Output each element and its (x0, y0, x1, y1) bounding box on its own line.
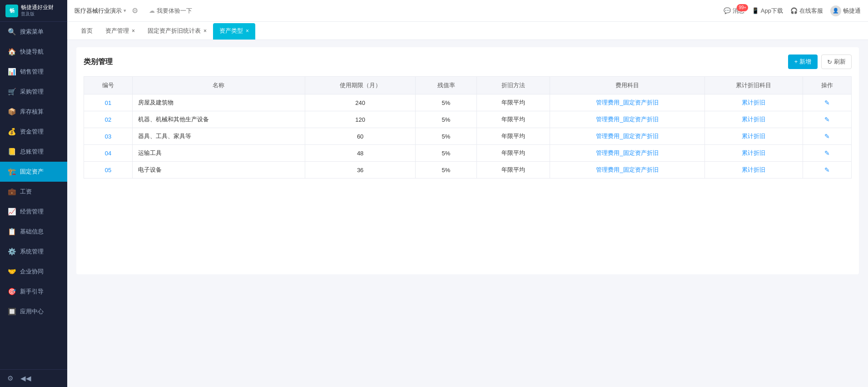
edit-button[interactable]: ✎ (824, 116, 830, 123)
row-code-link[interactable]: 02 (105, 116, 111, 123)
cell-name: 房屋及建筑物 (133, 94, 305, 111)
edit-button[interactable]: ✎ (824, 166, 830, 174)
sidebar-footer: ⚙ ◀◀ (0, 369, 67, 387)
app-version: 普及版 (21, 11, 54, 17)
fixed-icon: 🏗️ (7, 167, 16, 176)
accum-link[interactable]: 累计折旧 (742, 149, 765, 156)
cell-name: 机器、机械和其他生产设备 (133, 111, 305, 128)
collapse-icon[interactable]: ◀◀ (20, 374, 31, 382)
app-download-label: App下载 (761, 7, 783, 15)
sidebar-item-guide[interactable]: 🎯 新手引导 (0, 282, 67, 302)
refresh-icon: ↻ (827, 59, 832, 65)
sidebar-item-sales[interactable]: 📊 销售管理 (0, 62, 67, 82)
message-icon: 💬 (724, 7, 731, 14)
industry-selector[interactable]: 医疗器械行业演示 ▾ (74, 7, 126, 15)
cell-action: ✎ (803, 145, 851, 162)
cell-residual: 5% (416, 111, 476, 128)
cell-expense: 管理费用_固定资产折旧 (550, 94, 704, 111)
page-header: 类别管理 + 新增 ↻ 刷新 (84, 55, 852, 69)
sidebar-item-wages[interactable]: 💼 工资 (0, 182, 67, 202)
sidebar-item-label: 搜索菜单 (20, 28, 44, 36)
funds-icon: 💰 (7, 127, 16, 136)
basic-icon: 📋 (7, 227, 16, 236)
topbar-left: 医疗器械行业演示 ▾ ⚙ ☁ 我要体验一下 (74, 6, 192, 15)
table-row: 03 器具、工具、家具等 60 5% 年限平均 管理费用_固定资产折旧 累计折旧… (84, 128, 852, 145)
cell-action: ✎ (803, 111, 851, 128)
row-code-link[interactable]: 04 (105, 150, 111, 157)
sidebar-item-search[interactable]: 🔍 搜索菜单 (0, 22, 67, 42)
cell-accum: 累计折旧 (704, 128, 803, 145)
tab-home[interactable]: 首页 (74, 23, 99, 40)
cell-method: 年限平均 (476, 162, 550, 179)
cell-residual: 5% (416, 145, 476, 162)
refresh-button[interactable]: ↻ 刷新 (821, 55, 852, 69)
sidebar-item-corp[interactable]: 🤝 企业协同 (0, 262, 67, 282)
sidebar-item-funds[interactable]: 💰 资金管理 (0, 122, 67, 142)
settings-icon[interactable]: ⚙ (7, 374, 13, 382)
cell-code: 02 (84, 111, 133, 128)
cell-life: 36 (305, 162, 415, 179)
phone-icon: 📱 (752, 7, 759, 14)
edit-button[interactable]: ✎ (824, 133, 830, 140)
sidebar-item-purchase[interactable]: 🛒 采购管理 (0, 82, 67, 102)
accum-link[interactable]: 累计折旧 (742, 99, 765, 106)
sales-icon: 📊 (7, 67, 16, 76)
topbar-gear-icon[interactable]: ⚙ (132, 6, 138, 15)
support-button[interactable]: 🎧 在线客服 (790, 7, 823, 15)
expense-link[interactable]: 管理费用_固定资产折旧 (596, 133, 658, 139)
sidebar-item-ledger[interactable]: 📒 总账管理 (0, 142, 67, 162)
sidebar-item-system[interactable]: ⚙️ 系统管理 (0, 242, 67, 262)
cell-expense: 管理费用_固定资产折旧 (550, 111, 704, 128)
tabs-bar: 首页资产管理×固定资产折旧统计表×资产类型× (67, 22, 868, 40)
message-button[interactable]: 💬 消息 99+ (724, 7, 744, 15)
tab-close-icon[interactable]: × (246, 28, 249, 34)
sidebar-item-quicknav[interactable]: 🏠 快捷导航 (0, 42, 67, 62)
topbar: 医疗器械行业演示 ▾ ⚙ ☁ 我要体验一下 💬 消息 99+ 📱 App下载 🎧… (67, 0, 868, 22)
sidebar-item-label: 快捷导航 (20, 48, 44, 56)
accum-link[interactable]: 累计折旧 (742, 133, 765, 139)
cell-residual: 5% (416, 162, 476, 179)
sidebar-item-label: 企业协同 (20, 268, 44, 276)
table-header: 编号名称使用期限（月）残值率折旧方法费用科目累计折旧科目操作 (84, 77, 852, 94)
sidebar-item-inventory[interactable]: 📦 库存核算 (0, 102, 67, 122)
ledger-icon: 📒 (7, 147, 16, 156)
accum-link[interactable]: 累计折旧 (742, 116, 765, 123)
accum-link[interactable]: 累计折旧 (742, 166, 765, 173)
experience-button[interactable]: ☁ 我要体验一下 (149, 7, 192, 15)
row-code-link[interactable]: 03 (105, 133, 111, 140)
page-title: 类别管理 (84, 57, 113, 67)
sidebar-item-label: 销售管理 (20, 68, 44, 76)
expense-link[interactable]: 管理费用_固定资产折旧 (596, 149, 658, 156)
sidebar-item-ops[interactable]: 📈 经营管理 (0, 202, 67, 222)
main-area: 医疗器械行业演示 ▾ ⚙ ☁ 我要体验一下 💬 消息 99+ 📱 App下载 🎧… (67, 0, 868, 387)
app-download-button[interactable]: 📱 App下载 (752, 7, 783, 15)
cell-action: ✎ (803, 162, 851, 179)
corp-icon: 🤝 (7, 267, 16, 276)
expense-link[interactable]: 管理费用_固定资产折旧 (596, 99, 658, 106)
cell-code: 01 (84, 94, 133, 111)
new-button[interactable]: + 新增 (788, 55, 818, 69)
col-header-accum: 累计折旧科目 (704, 77, 803, 94)
expense-link[interactable]: 管理费用_固定资产折旧 (596, 166, 658, 173)
tab-label: 资产类型 (219, 27, 243, 35)
tab-close-icon[interactable]: × (203, 28, 207, 34)
search-icon: 🔍 (7, 27, 16, 36)
cell-residual: 5% (416, 128, 476, 145)
row-code-link[interactable]: 01 (105, 99, 111, 106)
edit-button[interactable]: ✎ (824, 149, 830, 157)
tab-label: 资产管理 (105, 27, 129, 35)
tab-asset_mgmt[interactable]: 资产管理× (99, 23, 141, 40)
edit-button[interactable]: ✎ (824, 99, 830, 106)
tab-depreciation_table[interactable]: 固定资产折旧统计表× (141, 23, 213, 40)
sidebar-item-apps[interactable]: 🔲 应用中心 (0, 302, 67, 322)
cell-method: 年限平均 (476, 111, 550, 128)
sidebar-item-basic[interactable]: 📋 基础信息 (0, 222, 67, 242)
tab-close-icon[interactable]: × (132, 28, 135, 34)
sidebar-item-fixed[interactable]: 🏗️ 固定资产 (0, 162, 67, 182)
expense-link[interactable]: 管理费用_固定资产折旧 (596, 116, 658, 123)
tab-asset_type[interactable]: 资产类型× (213, 23, 255, 40)
cell-expense: 管理费用_固定资产折旧 (550, 162, 704, 179)
user-menu[interactable]: 👤 畅捷通 (830, 5, 861, 16)
ops-icon: 📈 (7, 207, 16, 216)
row-code-link[interactable]: 05 (105, 167, 111, 174)
